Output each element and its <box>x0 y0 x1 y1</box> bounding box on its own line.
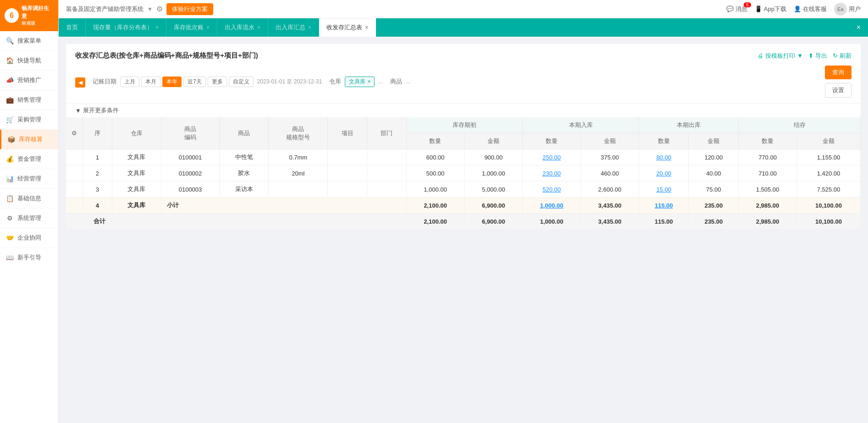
date-btn-自定义[interactable]: 自定义 <box>229 77 254 87</box>
export-btn[interactable]: ⬆ 导出 <box>808 52 827 60</box>
row-out-qty[interactable]: 15.00 <box>639 181 689 198</box>
row-open-amt: 900.00 <box>464 149 523 165</box>
warehouse-more-btn[interactable]: ... <box>378 78 383 85</box>
sidebar-item-label-inventory: 库存核算 <box>19 135 43 143</box>
date-btn-本月[interactable]: 本月 <box>141 77 160 87</box>
total-label: 合计 <box>66 214 406 230</box>
row-in-qty[interactable]: 250.00 <box>523 149 581 165</box>
sidebar-item-basic[interactable]: 📋 基础信息 <box>0 189 58 209</box>
tab-5[interactable]: 收发存汇总表× <box>319 18 376 37</box>
date-btn-更多[interactable]: 更多 <box>208 77 227 87</box>
tab-close-5[interactable]: × <box>365 24 368 31</box>
tab-2[interactable]: 库存批次账× <box>166 18 217 37</box>
row-open-qty: 600.00 <box>406 149 464 165</box>
subtotal-close-amt: 10,100.00 <box>796 198 860 214</box>
filter-collapse-btn[interactable]: ◀ <box>75 77 85 88</box>
message-btn[interactable]: 💬 消息 6 <box>726 5 747 13</box>
online-service-label: 在线客服 <box>803 5 827 13</box>
row-project <box>328 149 367 165</box>
warehouse-filter-section: 仓库 文具库 × ... <box>329 77 383 87</box>
goods-more-btn[interactable]: ... <box>406 78 410 85</box>
col-in-amt-header: 金额 <box>581 133 639 149</box>
row-goods-name: 采访本 <box>219 181 268 198</box>
col-dept-header: 部门 <box>367 117 406 149</box>
warehouse-tag-close-icon[interactable]: × <box>367 78 370 85</box>
date-btn-上月[interactable]: 上月 <box>120 77 139 87</box>
sidebar-item-inventory[interactable]: 📦 库存核算 <box>0 130 58 149</box>
row-goods-code: 0100002 <box>161 165 220 181</box>
sidebar-item-marketing[interactable]: 📣 营销推广 <box>0 71 58 90</box>
sidebar-item-label-finance: 资金管理 <box>17 155 41 163</box>
row-out-qty[interactable]: 80.00 <box>639 149 689 165</box>
row-dept <box>367 181 406 198</box>
sidebar-item-quicknav[interactable]: 🏠 快捷导航 <box>0 51 58 71</box>
main-close-btn[interactable]: × <box>849 23 868 32</box>
row-in-qty[interactable]: 520.00 <box>523 181 581 198</box>
trial-button[interactable]: 体验行业方案 <box>166 3 213 15</box>
tab-0[interactable]: 首页 <box>59 18 86 37</box>
sidebar-item-label-quicknav: 快捷导航 <box>17 56 41 65</box>
user-btn[interactable]: Ea 用户 <box>834 3 861 16</box>
sidebar-item-purchase[interactable]: 🛒 采购管理 <box>0 110 58 130</box>
sidebar-item-finance[interactable]: 💰 资金管理 <box>0 149 58 169</box>
sidebar: 6 畅库调好生意 标准版 🔍 搜索菜单 🏠 快捷导航 📣 营销推广 💼 销售管理… <box>0 0 59 423</box>
print-icon: 🖨 <box>757 52 763 59</box>
refresh-btn[interactable]: ↻ 刷新 <box>833 52 851 60</box>
sidebar-item-system[interactable]: ⚙ 系统管理 <box>0 209 58 228</box>
row-close-qty: 710.00 <box>739 165 797 181</box>
tab-close-1[interactable]: × <box>155 24 159 31</box>
row-project <box>328 165 367 181</box>
sidebar-item-label-sales: 销售管理 <box>17 96 41 104</box>
tab-3[interactable]: 出入库流水× <box>217 18 268 37</box>
date-btn-本年[interactable]: 本年 <box>162 77 182 87</box>
row-settings <box>66 165 83 181</box>
expand-conditions-btn[interactable]: ▼ 展开更多条件 <box>66 104 861 117</box>
total-close-qty: 2,985.00 <box>739 214 797 230</box>
row-close-qty: 770.00 <box>739 149 797 165</box>
row-open-amt: 1,000.00 <box>464 165 523 181</box>
settings-button[interactable]: 设置 <box>825 83 851 98</box>
tab-1[interactable]: 现存量（库存分布表）× <box>86 18 166 37</box>
tab-close-2[interactable]: × <box>206 24 210 31</box>
row-in-qty[interactable]: 230.00 <box>523 165 581 181</box>
row-no: 2 <box>83 165 112 181</box>
system-dropdown-icon[interactable]: ▼ <box>147 6 153 12</box>
tab-4[interactable]: 出入库汇总× <box>268 18 319 37</box>
expand-label: 展开更多条件 <box>83 106 119 115</box>
sidebar-item-business[interactable]: 📊 经营管理 <box>0 169 58 189</box>
sidebar-item-search[interactable]: 🔍 搜索菜单 <box>0 31 58 51</box>
tab-label-1: 现存量（库存分布表） <box>93 23 153 32</box>
row-close-amt: 7,525.00 <box>796 181 860 198</box>
row-open-amt: 5,000.00 <box>464 181 523 198</box>
tab-label-4: 出入库汇总 <box>276 23 305 32</box>
sidebar-item-sales[interactable]: 💼 销售管理 <box>0 90 58 110</box>
row-settings <box>66 149 83 165</box>
subtotal-label: 小计 <box>161 198 406 214</box>
message-icon: 💬 <box>726 5 734 12</box>
col-closing-header: 结存 <box>739 117 861 133</box>
sidebar-nav: 🔍 搜索菜单 🏠 快捷导航 📣 营销推广 💼 销售管理 🛒 采购管理 📦 库存核… <box>0 31 58 423</box>
subtotal-out-amt: 235.00 <box>689 198 739 214</box>
total-in-amt: 3,435.00 <box>581 214 639 230</box>
col-settings-header[interactable]: ⚙ <box>66 117 83 149</box>
tab-close-4[interactable]: × <box>308 24 311 31</box>
col-closing-qty-header: 数量 <box>739 133 797 149</box>
row-close-amt: 1,155.00 <box>796 149 860 165</box>
topbar-settings-icon[interactable]: ⚙ <box>156 5 163 13</box>
online-service-btn[interactable]: 👤 在线客服 <box>794 5 827 13</box>
sidebar-item-collab[interactable]: 🤝 企业协同 <box>0 228 58 248</box>
app-download-btn[interactable]: 📱 App下载 <box>755 5 786 13</box>
row-close-qty: 1,505.00 <box>739 181 797 198</box>
warehouse-tag-value: 文具库 <box>349 78 365 86</box>
sidebar-item-guide[interactable]: 📖 新手引导 <box>0 248 58 268</box>
warehouse-tag[interactable]: 文具库 × <box>345 77 375 87</box>
service-icon: 👤 <box>794 5 801 12</box>
tab-close-3[interactable]: × <box>257 24 260 31</box>
date-btn-近7天[interactable]: 近7天 <box>183 77 206 87</box>
total-open-amt: 6,900.00 <box>464 214 523 230</box>
total-row: 合计 2,100.00 6,900.00 1,000.00 3,435.00 1… <box>66 214 861 230</box>
row-out-qty[interactable]: 20.00 <box>639 165 689 181</box>
row-out-amt: 75.00 <box>689 181 739 198</box>
query-button[interactable]: 查询 <box>825 66 851 79</box>
print-btn[interactable]: 🖨 按模板打印 ▼ <box>757 52 803 60</box>
